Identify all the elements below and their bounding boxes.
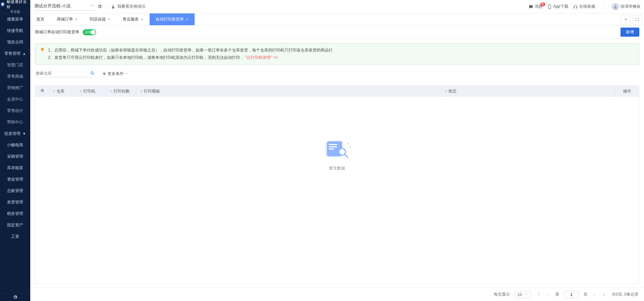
- search-input[interactable]: [36, 71, 90, 76]
- sidebar-item-retail-stats[interactable]: 零售统计: [0, 105, 30, 116]
- svg-point-3: [91, 72, 93, 74]
- sidebar-item-salary[interactable]: 工资: [0, 231, 30, 242]
- sidebar-item-purchase[interactable]: 采购管理: [0, 151, 30, 162]
- sidebar-item-wholesale[interactable]: 批发管理▼: [0, 128, 30, 139]
- empty-state: 暂无数据: [35, 97, 639, 284]
- col-printer[interactable]: ⇅打印机: [76, 86, 106, 97]
- sidebar-item-funds[interactable]: 资金管理: [0, 174, 30, 185]
- add-button[interactable]: 新增: [620, 28, 639, 37]
- headset-icon: [573, 4, 578, 9]
- user-icon: [613, 5, 617, 9]
- avatar: [612, 3, 619, 10]
- close-icon[interactable]: ×: [186, 17, 188, 22]
- user-menu[interactable]: 徐泽华修改: [612, 3, 641, 10]
- phone-icon: [547, 4, 552, 9]
- app-download-button[interactable]: App下载: [547, 4, 568, 9]
- close-icon: ×: [625, 17, 627, 22]
- sidebar-item-retail[interactable]: 零售管理▲: [0, 48, 30, 59]
- per-page-label: 每页显示: [494, 292, 510, 297]
- sidebar-item-help[interactable]: 帮助中心: [0, 116, 30, 128]
- warehouse-search[interactable]: [35, 70, 95, 77]
- page-subheader: 商城订单自动打印发货单 启用 新增: [30, 26, 644, 39]
- sidebar-item-invoice[interactable]: 发票管理: [0, 196, 30, 208]
- brand-block: 畅捷通好业财 专业版: [0, 0, 30, 13]
- fullscreen-button[interactable]: [633, 15, 642, 24]
- chevron-down-icon: ▼: [23, 132, 26, 136]
- tab-aftersale[interactable]: 售后服务 ×: [117, 13, 150, 25]
- col-template[interactable]: ⇅打印模板: [136, 86, 441, 97]
- sidebar-item-project[interactable]: 项目合同: [0, 36, 30, 48]
- org-name: 测试分开流程-小况: [34, 3, 71, 9]
- filter-icon: [102, 72, 106, 76]
- gear-icon: [13, 295, 17, 300]
- close-icon[interactable]: ×: [75, 17, 77, 22]
- svg-rect-8: [329, 146, 337, 147]
- tab-auto-print[interactable]: 自动打印发货单 ×: [150, 13, 195, 25]
- expand-icon: [635, 17, 639, 22]
- sidebar-item-quick-nav[interactable]: 快捷导航: [0, 25, 30, 36]
- sidebar-item-marketing[interactable]: 营销推广: [0, 82, 30, 93]
- first-page-button[interactable]: ⤒: [536, 292, 542, 298]
- tab-bar: 首页 商城订单 × 到店自提 × 售后服务 × 自动打印发货单 × ×: [30, 13, 644, 26]
- last-page-button[interactable]: ⤓: [601, 292, 607, 298]
- svg-line-4: [93, 74, 94, 75]
- more-conditions[interactable]: 更多条件 ﹀: [102, 71, 128, 77]
- sidebar-item-search-menu[interactable]: 搜索菜单: [0, 13, 30, 25]
- org-settings-button[interactable]: [95, 2, 104, 11]
- org-selector[interactable]: 测试分开流程-小况 ﹀: [34, 3, 95, 10]
- col-ops: 操作: [615, 86, 639, 97]
- pagination: 每页显示 10 ﹀ ⤒ ‹ 第 页 › ⤓ 共0页, 0条记录: [30, 288, 644, 301]
- sidebar-item-fixed-assets[interactable]: 固定资产: [0, 219, 30, 231]
- close-icon[interactable]: ×: [108, 17, 110, 22]
- hand-pointer-icon: [111, 4, 116, 9]
- enable-toggle[interactable]: 启用: [83, 29, 96, 35]
- chevron-down-icon: ﹀: [125, 72, 128, 76]
- page-summary: 共0页, 0条记录: [612, 292, 639, 297]
- sidebar-item-smart-store[interactable]: 智慧门店: [0, 59, 30, 71]
- svg-line-11: [345, 154, 348, 157]
- sidebar: 畅捷通好业财 专业版 搜索菜单 快捷导航 项目合同 零售管理▲ 智慧门店 零售商…: [0, 0, 30, 301]
- prev-page-button[interactable]: ‹: [547, 292, 551, 298]
- svg-rect-9: [329, 149, 334, 150]
- banner-line-1: 1、启用后，商城下单付款成功后（如果有审核是在审核之后），自动打印发货单。如果一…: [48, 47, 333, 54]
- demo-link[interactable]: 我要看实例演示: [111, 4, 146, 9]
- empty-text: 暂无数据: [329, 165, 345, 171]
- chevron-down-icon: ﹀: [525, 292, 528, 297]
- sidebar-settings[interactable]: [0, 293, 30, 301]
- sidebar-item-ecommerce[interactable]: 小畅电商: [0, 139, 30, 151]
- brand-name: 畅捷通好业财: [7, 0, 30, 9]
- divider: [603, 4, 604, 10]
- col-settings[interactable]: [35, 86, 49, 97]
- sort-icon: ⇅: [110, 89, 112, 93]
- toggle-knob: [91, 30, 95, 35]
- col-copies[interactable]: ⇅打印份数: [106, 86, 136, 97]
- sidebar-item-member[interactable]: 会员中心: [0, 93, 30, 105]
- lightbulb-icon: [40, 47, 45, 61]
- chat-icon: [528, 4, 533, 9]
- close-all-tabs-button[interactable]: ×: [621, 15, 631, 24]
- tab-mall-orders[interactable]: 商城订单 ×: [51, 13, 84, 25]
- sidebar-item-retail-mall[interactable]: 零售商城: [0, 71, 30, 82]
- col-status[interactable]: ⇅状态: [441, 86, 615, 97]
- close-icon[interactable]: ×: [141, 17, 143, 22]
- banner-line-2: 2、发货单只可用云打印机来打，如果只有本地打印机，须将本地打印机添加为云打印机，…: [48, 54, 333, 62]
- sort-icon: ⇅: [52, 89, 55, 93]
- info-banner: 1、启用后，商城下单付款成功后（如果有审核是在审核之后），自动打印发货单。如果一…: [35, 43, 639, 65]
- sidebar-item-gl[interactable]: 总账管理: [0, 185, 30, 196]
- online-service-button[interactable]: 在线客服: [573, 4, 595, 9]
- divider: [108, 4, 108, 10]
- page-size-select[interactable]: 10 ﹀: [515, 291, 531, 298]
- sort-icon: ⇅: [140, 89, 143, 93]
- rules-table: ⇅仓库 ⇅打印机 ⇅打印份数 ⇅打印模板 ⇅状态 操作: [35, 85, 639, 284]
- messages-button[interactable]: 消息 9: [528, 4, 542, 9]
- sidebar-item-inventory[interactable]: 库存核算: [0, 162, 30, 174]
- cloud-printer-link[interactable]: "云打印机管理" >>: [245, 55, 278, 60]
- next-page-button[interactable]: ›: [592, 292, 596, 298]
- sidebar-item-tax[interactable]: 税务管理: [0, 208, 30, 219]
- tab-home[interactable]: 首页: [30, 13, 51, 25]
- empty-illustration-icon: [320, 137, 354, 161]
- page-input[interactable]: [564, 291, 579, 298]
- tab-pickup[interactable]: 到店自提 ×: [84, 13, 117, 25]
- col-warehouse[interactable]: ⇅仓库: [49, 86, 76, 97]
- svg-point-2: [615, 5, 616, 7]
